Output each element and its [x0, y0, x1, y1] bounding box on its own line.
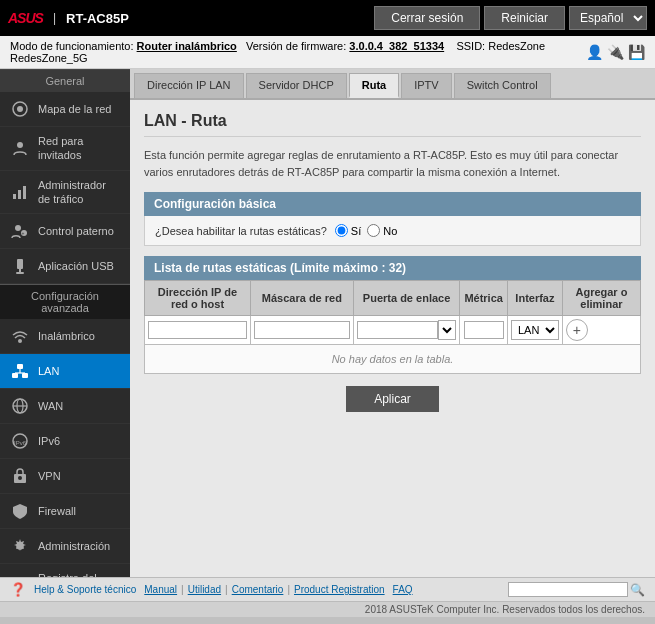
language-select[interactable]: Español: [569, 6, 647, 30]
sidebar-item-red-invitados[interactable]: Red para invitados: [0, 127, 130, 171]
footer: ❓ Help & Soporte técnico Manual | Utilid…: [0, 577, 655, 601]
svg-rect-3: [13, 194, 16, 199]
radio-no-option[interactable]: No: [367, 224, 397, 237]
radio-group-static: Sí No: [335, 224, 397, 237]
col-netmask: Máscara de red: [250, 281, 353, 316]
svg-rect-9: [17, 259, 23, 269]
sidebar-item-firewall[interactable]: Firewall: [0, 494, 130, 529]
sidebar-item-wan-label: WAN: [38, 399, 63, 413]
netmask-input[interactable]: [254, 321, 350, 339]
sidebar-item-vpn[interactable]: VPN: [0, 459, 130, 494]
wan-icon: [10, 396, 30, 416]
network-ip-input[interactable]: [148, 321, 247, 339]
footer-faq[interactable]: FAQ: [393, 584, 413, 595]
sidebar-item-administracion-label: Administración: [38, 539, 110, 553]
content-area: Dirección IP LAN Servidor DHCP Ruta IPTV…: [130, 69, 655, 577]
vpn-icon: [10, 466, 30, 486]
sidebar-item-mapa-red-label: Mapa de la red: [38, 102, 111, 116]
sidebar-item-admin-trafico[interactable]: Administrador de tráfico: [0, 171, 130, 215]
tab-ruta[interactable]: Ruta: [349, 73, 399, 98]
mode-bar: Modo de funcionamiento: Router inalámbri…: [0, 36, 655, 69]
logout-button[interactable]: Cerrar sesión: [374, 6, 480, 30]
sidebar-item-wan[interactable]: WAN: [0, 389, 130, 424]
sidebar-item-lan-label: LAN: [38, 364, 59, 378]
mode-value: Router inalámbrico: [137, 40, 237, 52]
svg-rect-14: [12, 373, 18, 378]
table-input-row: LAN +: [145, 316, 641, 345]
apply-button[interactable]: Aplicar: [346, 386, 439, 412]
sidebar-item-control-paterno-label: Control paterno: [38, 224, 114, 238]
ssid2-value: RedesZone_5G: [10, 52, 88, 64]
footer-link-product-reg[interactable]: Product Registration: [294, 584, 385, 595]
sidebar-item-inalambrico[interactable]: Inalámbrico: [0, 319, 130, 354]
sidebar: General Mapa de la red Red para invitado…: [0, 69, 130, 577]
svg-rect-13: [17, 364, 23, 369]
tab-dir-ip-lan[interactable]: Dirección IP LAN: [134, 73, 244, 98]
asus-logo: ASUS: [8, 10, 43, 26]
radio-no-input[interactable]: [367, 224, 380, 237]
radio-yes-input[interactable]: [335, 224, 348, 237]
copyright-bar: 2018 ASUSTeK Computer Inc. Reservados to…: [0, 601, 655, 617]
firmware-label: Versión de firmware:: [246, 40, 346, 52]
tab-iptv[interactable]: IPTV: [401, 73, 451, 98]
tab-switch-control[interactable]: Switch Control: [454, 73, 551, 98]
sidebar-item-red-invitados-label: Red para invitados: [38, 134, 120, 163]
footer-search-input[interactable]: [508, 582, 628, 597]
lan-icon: [10, 361, 30, 381]
radio-yes-option[interactable]: Sí: [335, 224, 361, 237]
wireless-icon: [10, 326, 30, 346]
footer-link-comentario[interactable]: Comentario: [232, 584, 284, 595]
gateway-select[interactable]: [438, 320, 456, 340]
td-interface: LAN: [507, 316, 562, 345]
radio-no-label: No: [383, 225, 397, 237]
sidebar-item-vpn-label: VPN: [38, 469, 61, 483]
header: ASUS | RT-AC85P Cerrar sesión Reiniciar …: [0, 0, 655, 36]
firewall-icon: [10, 501, 30, 521]
network-icon: 🔌: [607, 44, 624, 60]
search-icon[interactable]: 🔍: [630, 583, 645, 597]
sidebar-item-aplicacion-usb[interactable]: Aplicación USB: [0, 249, 130, 284]
svg-rect-11: [16, 272, 24, 274]
sidebar-item-lan[interactable]: LAN: [0, 354, 130, 389]
svg-rect-15: [22, 373, 28, 378]
interface-select[interactable]: LAN: [511, 320, 559, 340]
footer-link-manual[interactable]: Manual: [144, 584, 177, 595]
radio-yes-label: Sí: [351, 225, 361, 237]
sidebar-item-inalambrico-label: Inalámbrico: [38, 329, 95, 343]
tab-servidor-dhcp[interactable]: Servidor DHCP: [246, 73, 347, 98]
parental-control-icon: +: [10, 221, 30, 241]
sidebar-item-registro-sistema[interactable]: Registro del sistema: [0, 564, 130, 577]
sidebar-item-firewall-label: Firewall: [38, 504, 76, 518]
apply-btn-area: Aplicar: [144, 386, 641, 412]
ssid-label: SSID:: [456, 40, 485, 52]
add-route-button[interactable]: +: [566, 319, 588, 341]
gateway-input[interactable]: [357, 321, 439, 339]
metric-input[interactable]: [464, 321, 504, 339]
col-interface: Interfaz: [507, 281, 562, 316]
footer-link-utilidad[interactable]: Utilidad: [188, 584, 221, 595]
svg-point-6: [15, 225, 21, 231]
sidebar-item-ipv6[interactable]: IPv6 IPv6: [0, 424, 130, 459]
system-log-icon: [10, 575, 30, 577]
td-netmask: [250, 316, 353, 345]
basic-config-header: Configuración básica: [144, 192, 641, 216]
sidebar-item-administracion[interactable]: Administración: [0, 529, 130, 564]
reboot-button[interactable]: Reiniciar: [484, 6, 565, 30]
firmware-value: 3.0.0.4_382_51334: [349, 40, 444, 52]
footer-links: Manual | Utilidad | Comentario | Product…: [144, 584, 384, 595]
logo-area: ASUS | RT-AC85P: [8, 10, 129, 26]
tab-bar: Dirección IP LAN Servidor DHCP Ruta IPTV…: [130, 69, 655, 100]
usb-app-icon: [10, 256, 30, 276]
no-data-cell: No hay datos en la tabla.: [145, 345, 641, 374]
sidebar-item-mapa-red[interactable]: Mapa de la red: [0, 92, 130, 127]
svg-point-2: [17, 142, 23, 148]
td-network-ip: [145, 316, 251, 345]
mode-label: Modo de funcionamiento:: [10, 40, 134, 52]
traffic-icon: [10, 182, 30, 202]
sidebar-item-control-paterno[interactable]: + Control paterno: [0, 214, 130, 249]
td-gateway: [353, 316, 460, 345]
svg-point-24: [18, 476, 22, 480]
svg-point-1: [17, 106, 23, 112]
sidebar-item-registro-sistema-label: Registro del sistema: [38, 571, 120, 577]
help-support-label[interactable]: Help & Soporte técnico: [34, 584, 136, 595]
